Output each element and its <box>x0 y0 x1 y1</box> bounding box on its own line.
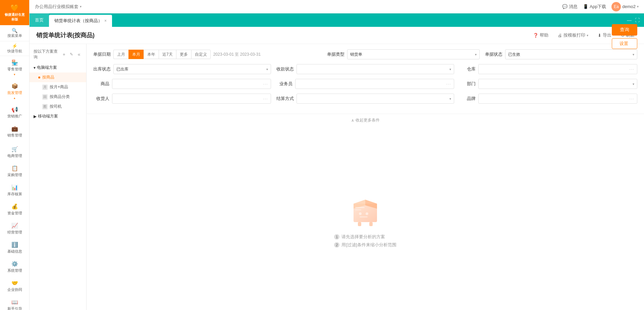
enterprise-icon: 🤝 <box>11 280 18 286</box>
filter-salesperson: 业务员 ··· <box>276 79 454 89</box>
sidebar-item-retail[interactable]: 🏪 零售管理 ▾ <box>0 56 29 80</box>
doc-status-label: 单据状态 <box>485 51 502 57</box>
tab-close-btn[interactable]: × <box>104 19 107 23</box>
logo-icon: 🧡 <box>2 3 27 12</box>
date-btn-last-7-days[interactable]: 近7天 <box>159 50 176 59</box>
scheme-item-goods-category-label: 按商品分类 <box>50 94 70 100</box>
sidebar-item-sales[interactable]: 💼 销售管理 <box>0 122 29 141</box>
retail-icon: 🏪 <box>11 59 18 66</box>
sidebar: 🧡 畅捷通好生意标版 🔍 搜索菜单 ⚡ 快捷导航 🏪 零售管理 ▾ 📦 批发管理… <box>0 0 30 310</box>
maximize-btn[interactable]: ⛶ <box>635 17 640 23</box>
tip-num-1: 1 <box>334 234 339 240</box>
doc-status-control[interactable]: 已生效 ▾ <box>505 49 637 59</box>
print-btn[interactable]: 🖨 按模板打印 ▾ <box>555 31 591 40</box>
query-buttons: 查询 设置 <box>612 44 637 49</box>
date-btn-this-year[interactable]: 本年 <box>144 50 159 59</box>
scheme-group-mobile-header[interactable]: ▶ 移动端方案 <box>30 111 86 121</box>
date-btn-custom[interactable]: 自定义 <box>191 50 211 59</box>
dept-control[interactable]: ▾ <box>478 79 637 89</box>
salesperson-control[interactable]: ··· <box>295 79 454 89</box>
salesperson-label: 业务员 <box>276 81 292 87</box>
sidebar-item-system[interactable]: ⚙️ 系统管理 <box>0 257 29 276</box>
scheme-item-month-goods[interactable]: 月 按月+商品 <box>30 82 86 92</box>
sidebar-item-ecommerce[interactable]: 🛒 电商管理 <box>0 143 29 162</box>
message-icon: 💬 <box>562 4 568 9</box>
sidebar-item-search[interactable]: 🔍 搜索菜单 <box>0 25 29 41</box>
sidebar-item-inventory[interactable]: 📊 库存核算 <box>0 181 29 200</box>
sidebar-item-newguide[interactable]: 📖 新手引导 <box>0 296 29 310</box>
wholesale-icon: 📦 <box>11 83 18 89</box>
sidebar-item-enterprise[interactable]: 🤝 企业协同 <box>0 276 29 296</box>
help-btn[interactable]: ❓ 帮助 <box>530 31 551 40</box>
payment-method-label: 结算方式 <box>276 96 294 102</box>
svg-point-6 <box>366 212 368 215</box>
scheme-icon-category: 回 <box>42 94 48 100</box>
date-btn-last-month[interactable]: 上月 <box>113 50 128 59</box>
goods-dots: ··· <box>263 81 268 87</box>
sidebar-item-marketing[interactable]: 📢 营销推广 <box>0 103 29 122</box>
app-logo[interactable]: 🧡 畅捷通好生意标版 <box>0 0 29 25</box>
procurement-icon: 📋 <box>11 165 18 171</box>
scheme-panel-header: 按以下方案查询 + ✎ « <box>30 47 86 63</box>
goods-control[interactable]: ··· <box>112 79 271 89</box>
sidebar-item-finance[interactable]: 💰 资金管理 <box>0 200 29 219</box>
warehouse-control[interactable]: ··· <box>478 64 637 74</box>
warehouse-label: 仓库 <box>460 66 476 72</box>
filter-goods: 商品 ··· <box>93 79 271 89</box>
industry-dropdown-arrow: ▾ <box>80 5 82 8</box>
scheme-edit-btn[interactable]: ✎ <box>68 51 74 58</box>
scheme-add-btn[interactable]: + <box>61 51 67 58</box>
sidebar-item-quicknav[interactable]: ⚡ 快捷导航 <box>0 41 29 56</box>
sidebar-item-procurement[interactable]: 📋 采购管理 <box>0 162 29 181</box>
scheme-item-by-goods[interactable]: 按商品 <box>30 72 86 82</box>
collapse-row[interactable]: ∧ 收起更多条件 <box>87 114 644 126</box>
tab-home[interactable]: 首页 <box>30 13 49 27</box>
recipient-dots: ··· <box>263 96 268 101</box>
sales-icon: 💼 <box>11 125 18 132</box>
minimize-btn[interactable]: — <box>627 17 632 23</box>
sidebar-item-operations[interactable]: 📈 经营管理 <box>0 219 29 238</box>
scheme-collapse-btn[interactable]: « <box>76 51 82 58</box>
out-status-control[interactable]: 已出库 ▾ <box>113 64 271 74</box>
brand-control[interactable]: ··· <box>478 94 637 104</box>
date-range: 2023-03-01 至 2023-03-31 <box>213 52 261 57</box>
filter-panel: 单据日期 上月 本月 本年 近7天 更多 自定义 <box>87 44 644 114</box>
header-left: 办公用品行业模拟账套 ▾ <box>35 4 82 10</box>
app-download-btn[interactable]: 📱 App下载 <box>583 4 606 10</box>
filter-warehouse: 仓库 ··· <box>460 64 637 74</box>
payment-status-control[interactable]: ▾ <box>297 64 454 74</box>
export-label: 导出 <box>603 32 611 38</box>
app-download-label: App下载 <box>590 4 606 10</box>
filter-row-4: 收货人 ··· 结算方式 ▾ <box>93 94 637 104</box>
doc-type-arrow: ▾ <box>475 53 477 56</box>
svg-rect-7 <box>360 216 368 217</box>
filter-out-status: 出库状态 已出库 ▾ <box>93 64 271 74</box>
date-btn-more[interactable]: 更多 <box>176 50 191 59</box>
scheme-panel: 按以下方案查询 + ✎ « ▾ 电脑端方案 按商品 <box>30 44 87 310</box>
export-btn[interactable]: ⬇ 导出 <box>595 31 614 40</box>
recipient-control[interactable]: ··· <box>112 94 271 104</box>
help-label: 帮助 <box>540 32 548 38</box>
date-btn-this-month[interactable]: 本月 <box>128 50 144 59</box>
payment-status-label: 收款状态 <box>276 66 294 72</box>
recipient-label: 收货人 <box>93 96 109 102</box>
sidebar-item-basic-info[interactable]: ℹ️ 基础信息 <box>0 238 29 257</box>
scheme-group-pc-header[interactable]: ▾ 电脑端方案 <box>30 63 86 72</box>
scheme-item-goods-category[interactable]: 回 按商品分类 <box>30 92 86 102</box>
payment-method-control[interactable]: ▾ <box>297 94 454 104</box>
sidebar-item-wholesale[interactable]: 📦 批发管理 ▴ <box>0 80 29 103</box>
scheme-item-driver[interactable]: 图 按司机 <box>30 102 86 111</box>
industry-dropdown[interactable]: 办公用品行业模拟账套 ▾ <box>35 4 82 10</box>
main-area: 办公用品行业模拟账套 ▾ 💬 消息 📱 App下载 Ea demo2 ▾ 首页 <box>30 0 644 310</box>
payment-method-arrow: ▾ <box>449 97 451 101</box>
tab-active[interactable]: 销货单统计表（按商品） × <box>49 15 112 27</box>
message-btn[interactable]: 💬 消息 <box>562 4 578 10</box>
collapse-arrow: ∧ <box>351 118 354 123</box>
pc-group-arrow: ▾ <box>34 65 36 70</box>
settings-btn[interactable]: 设置 <box>612 44 637 49</box>
operations-icon: 📈 <box>11 222 18 229</box>
doc-type-control[interactable]: 销货单 ▾ <box>347 49 479 59</box>
warehouse-dots: ··· <box>629 66 634 72</box>
filter-recipient: 收货人 ··· <box>93 94 271 104</box>
user-menu[interactable]: Ea demo2 ▾ <box>611 2 639 11</box>
